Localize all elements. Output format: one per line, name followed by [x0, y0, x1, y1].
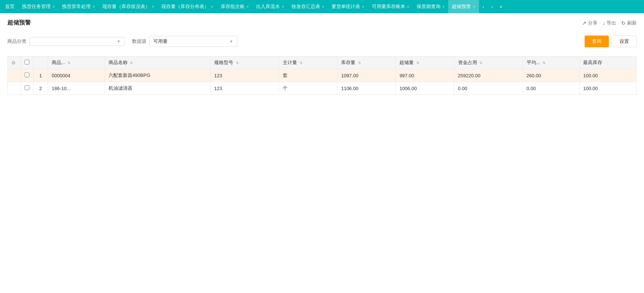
refresh-action[interactable]: ↻ 刷新 — [621, 20, 637, 26]
top-nav-bar: 首页 拣货任务管理 × 拣货异常处理 × 现存量（库存状况表） × 现存量（库存… — [0, 0, 644, 13]
refresh-icon: ↻ — [621, 20, 626, 26]
sort-product-code-icon: ⇅ — [67, 61, 70, 65]
page-title: 超储预警 — [7, 19, 31, 27]
data-source-filter: 数据源 可用量 ▼ — [132, 36, 237, 47]
col-checkbox-header — [21, 56, 33, 69]
nav-close-stock-dist[interactable]: × — [211, 4, 213, 9]
row-num-cell: 2 — [33, 82, 48, 95]
nav-close-avail-stock[interactable]: × — [407, 4, 409, 9]
row-spec: 123 — [211, 69, 279, 82]
share-icon: ↗ — [582, 20, 586, 26]
col-spec-header[interactable]: 规格型号 ⇅ — [211, 56, 279, 69]
data-source-value: 可用量 — [153, 38, 168, 45]
export-label: 导出 — [607, 20, 616, 26]
sort-unit-icon: ⇅ — [300, 61, 303, 65]
nav-next-arrow[interactable]: › — [488, 0, 497, 13]
filter-buttons: 查询 设置 — [585, 36, 637, 47]
product-category-dropdown-icon: ▼ — [117, 39, 121, 44]
nav-prev-arrow[interactable]: ‹ — [479, 0, 488, 13]
row-settings-cell — [8, 82, 21, 95]
row-stock: 1097.00 — [337, 69, 396, 82]
filter-bar: 商品分类 ▼ 数据源 可用量 ▼ 查询 设置 — [7, 32, 637, 51]
col-product-name-header[interactable]: 商品名称 ⇅ — [105, 56, 210, 69]
nav-close-pick-task[interactable]: × — [52, 4, 55, 9]
sort-overstock-icon: ⇅ — [416, 61, 419, 65]
row-capital: 259220.00 — [454, 69, 523, 82]
export-action[interactable]: ↓ 导出 — [603, 20, 616, 26]
row-checkbox-cell — [21, 82, 33, 95]
nav-item-pick-task[interactable]: 拣货任务管理 × — [18, 0, 58, 13]
sort-avg-icon: ⇅ — [542, 61, 545, 65]
row-avg: 0.00 — [523, 82, 579, 95]
col-avg-header[interactable]: 平均... ⇅ — [523, 56, 579, 69]
nav-close-all-arrow[interactable]: × — [497, 0, 505, 13]
col-product-code-header[interactable]: 商品... ⇅ — [48, 56, 105, 69]
nav-item-overstock[interactable]: 超储预警 × — [448, 0, 479, 13]
product-category-label: 商品分类 — [7, 38, 26, 45]
col-stock-header[interactable]: 库存量 ⇅ — [337, 56, 396, 69]
row-product-code: 0000004 — [48, 69, 105, 82]
nav-close-pick-exception[interactable]: × — [92, 4, 95, 9]
row-checkbox-0[interactable] — [25, 73, 29, 77]
query-button[interactable]: 查询 — [585, 36, 609, 47]
table-row: 1 0000004 六配套新昌490BPG 123 套 1097.00 997.… — [8, 69, 637, 82]
col-max-stock-header[interactable]: 最高库存 — [579, 56, 637, 69]
nav-item-stock-batch[interactable]: 库存批次账 × — [217, 0, 252, 13]
nav-close-stock-batch[interactable]: × — [246, 4, 249, 9]
sort-stock-icon: ⇅ — [358, 61, 361, 65]
nav-close-overstock[interactable]: × — [473, 4, 475, 9]
row-product-name: 六配套新昌490BPG — [105, 69, 210, 82]
refresh-label: 刷新 — [627, 20, 637, 26]
page-actions: ↗ 分享 ↓ 导出 ↻ 刷新 — [582, 20, 637, 26]
nav-close-quality-query[interactable]: × — [442, 4, 444, 9]
col-overstock-header[interactable]: 超储量 ⇅ — [396, 56, 454, 69]
row-product-name: 机油滤清器 — [105, 82, 210, 95]
table-header-row: ⚙ 商品... ⇅ 商品名称 ⇅ 规格型号 ⇅ — [8, 56, 637, 69]
data-source-select[interactable]: 可用量 ▼ — [149, 36, 237, 47]
product-category-select[interactable]: ▼ — [29, 37, 125, 46]
data-source-label: 数据源 — [132, 38, 146, 45]
row-num-cell: 1 — [33, 69, 48, 82]
nav-close-recv-send[interactable]: × — [322, 4, 324, 9]
sort-product-name-icon: ⇅ — [130, 61, 133, 65]
row-overstock: 997.00 — [396, 69, 454, 82]
nav-close-stock-status[interactable]: × — [152, 4, 154, 9]
nav-item-inout-flow[interactable]: 出入库流水 × — [252, 0, 288, 13]
row-settings-cell — [8, 69, 21, 82]
nav-item-order-stat[interactable]: 要货单统计表 × — [328, 0, 368, 13]
nav-item-recv-send[interactable]: 收发存汇总表 × — [288, 0, 328, 13]
share-label: 分享 — [588, 20, 597, 26]
nav-close-order-stat[interactable]: × — [362, 4, 364, 9]
select-all-checkbox[interactable] — [25, 60, 29, 64]
share-action[interactable]: ↗ 分享 — [582, 20, 597, 26]
row-avg: 260.00 — [523, 69, 579, 82]
nav-item-stock-dist[interactable]: 现存量（库存分布表） × — [158, 0, 217, 13]
table-settings-icon[interactable]: ⚙ — [11, 60, 16, 66]
data-table: ⚙ 商品... ⇅ 商品名称 ⇅ 规格型号 ⇅ — [7, 56, 637, 95]
nav-item-home[interactable]: 首页 — [1, 0, 18, 13]
sort-spec-icon: ⇅ — [236, 61, 239, 65]
row-max-stock: 100.00 — [579, 69, 637, 82]
col-row-num-header — [33, 56, 48, 69]
nav-close-inout-flow[interactable]: × — [282, 4, 284, 9]
export-icon: ↓ — [603, 20, 605, 26]
nav-item-avail-stock[interactable]: 可用量库存账本 × — [368, 0, 413, 13]
nav-item-quality-query[interactable]: 保质期查询 × — [413, 0, 448, 13]
product-category-filter: 商品分类 ▼ — [7, 37, 125, 46]
page-header: 超储预警 ↗ 分享 ↓ 导出 ↻ 刷新 — [7, 19, 637, 27]
settings-button[interactable]: 设置 — [612, 36, 637, 47]
row-stock: 1106.00 — [337, 82, 396, 95]
nav-item-pick-exception[interactable]: 拣货异常处理 × — [58, 0, 98, 13]
col-settings: ⚙ — [8, 56, 21, 69]
row-unit: 套 — [279, 69, 337, 82]
table-row: 2 186-10... 机油滤清器 123 个 1106.00 1006.00 … — [8, 82, 637, 95]
row-checkbox-1[interactable] — [25, 85, 29, 90]
row-capital: 0.00 — [454, 82, 523, 95]
row-spec: 123 — [211, 82, 279, 95]
main-content: 超储预警 ↗ 分享 ↓ 导出 ↻ 刷新 商品分类 ▼ 数据源 — [0, 13, 644, 293]
nav-item-stock-status[interactable]: 现存量（库存状况表） × — [99, 0, 158, 13]
col-unit-header[interactable]: 主计量 ⇅ — [279, 56, 337, 69]
col-capital-header[interactable]: 资金占用 ⇅ — [454, 56, 523, 69]
sort-capital-icon: ⇅ — [479, 61, 482, 65]
row-overstock: 1006.00 — [396, 82, 454, 95]
